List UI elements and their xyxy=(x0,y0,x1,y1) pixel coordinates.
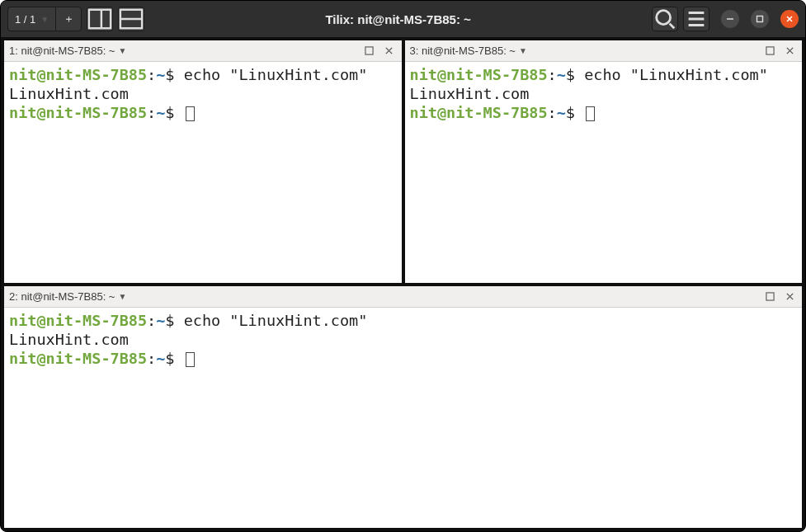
pane-maximize-button[interactable] xyxy=(762,289,777,304)
svg-rect-10 xyxy=(757,16,763,22)
prompt-user: nit@nit-MS-7B85 xyxy=(9,66,147,83)
terminal-pane-1: 1: nit@nit-MS-7B85: ~ ▼ nit@nit-MS-7B85:… xyxy=(4,40,402,283)
pane-close-button[interactable] xyxy=(782,44,797,59)
chevron-down-icon: ▼ xyxy=(519,46,527,55)
bottom-row: 2: nit@nit-MS-7B85: ~ ▼ nit@nit-MS-7B85:… xyxy=(4,286,802,529)
minimize-button[interactable] xyxy=(721,10,739,28)
maximize-pane-icon xyxy=(365,46,374,55)
terminal-cursor xyxy=(586,106,595,121)
pane-title-dropdown[interactable]: 2: nit@nit-MS-7B85: ~ ▼ xyxy=(9,290,126,303)
prompt-path: ~ xyxy=(557,66,566,83)
chevron-down-icon: ▼ xyxy=(118,46,126,55)
pane-title-dropdown[interactable]: 1: nit@nit-MS-7B85: ~ ▼ xyxy=(9,45,126,57)
prompt-path: ~ xyxy=(156,66,165,83)
pane-header: 3: nit@nit-MS-7B85: ~ ▼ xyxy=(405,40,803,62)
pane-maximize-button[interactable] xyxy=(362,44,377,59)
search-button[interactable] xyxy=(652,7,678,31)
maximize-pane-icon xyxy=(766,46,775,55)
split-down-icon xyxy=(119,7,144,31)
maximize-icon xyxy=(756,15,764,23)
close-icon xyxy=(785,46,794,55)
svg-rect-19 xyxy=(766,292,773,299)
svg-rect-16 xyxy=(766,47,773,54)
terminal-output[interactable]: nit@nit-MS-7B85:~$ echo "LinuxHint.com" … xyxy=(405,62,803,283)
close-icon xyxy=(785,292,794,301)
terminal-output[interactable]: nit@nit-MS-7B85:~$ echo "LinuxHint.com" … xyxy=(4,308,802,529)
command-output: LinuxHint.com xyxy=(9,331,129,348)
pane-close-button[interactable] xyxy=(382,44,397,59)
session-counter-label: 1 / 1 xyxy=(15,13,35,26)
terminal-cursor xyxy=(186,106,195,121)
maximize-pane-icon xyxy=(766,292,775,301)
session-switcher: 1 / 1 ▼ ＋ xyxy=(7,7,82,31)
tilix-window: 1 / 1 ▼ ＋ Tilix: nit@nit-MS-7B85: ~ xyxy=(0,0,806,532)
prompt-user: nit@nit-MS-7B85 xyxy=(410,66,548,83)
prompt-symbol: $ xyxy=(165,350,174,367)
split-right-icon xyxy=(87,7,112,31)
top-row: 1: nit@nit-MS-7B85: ~ ▼ nit@nit-MS-7B85:… xyxy=(4,40,802,283)
add-session-button[interactable]: ＋ xyxy=(55,7,82,31)
terminal-pane-3: 3: nit@nit-MS-7B85: ~ ▼ nit@nit-MS-7B85:… xyxy=(405,40,803,283)
prompt-path: ~ xyxy=(557,104,566,121)
prompt-symbol: $ xyxy=(165,66,174,83)
command-text: echo "LinuxHint.com" xyxy=(184,66,368,83)
chevron-down-icon: ▼ xyxy=(40,15,49,24)
pane-title-label: 2: nit@nit-MS-7B85: ~ xyxy=(9,290,115,303)
svg-rect-0 xyxy=(89,10,111,29)
prompt-symbol: $ xyxy=(566,66,575,83)
terminal-output[interactable]: nit@nit-MS-7B85:~$ echo "LinuxHint.com" … xyxy=(4,62,402,283)
titlebar: 1 / 1 ▼ ＋ Tilix: nit@nit-MS-7B85: ~ xyxy=(1,1,805,37)
command-output: LinuxHint.com xyxy=(9,85,129,102)
prompt-symbol: $ xyxy=(165,104,174,121)
command-text: echo "LinuxHint.com" xyxy=(184,312,368,329)
split-down-button[interactable] xyxy=(118,7,144,31)
session-counter[interactable]: 1 / 1 ▼ xyxy=(7,7,55,31)
pane-header: 2: nit@nit-MS-7B85: ~ ▼ xyxy=(4,286,802,308)
pane-title-label: 1: nit@nit-MS-7B85: ~ xyxy=(9,45,115,57)
close-button[interactable] xyxy=(780,10,799,28)
prompt-user: nit@nit-MS-7B85 xyxy=(410,104,548,121)
pane-title-dropdown[interactable]: 3: nit@nit-MS-7B85: ~ ▼ xyxy=(410,45,527,57)
svg-line-5 xyxy=(670,24,675,29)
close-icon xyxy=(785,15,794,23)
prompt-path: ~ xyxy=(156,350,165,367)
prompt-user: nit@nit-MS-7B85 xyxy=(9,350,147,367)
minimize-icon xyxy=(726,15,734,23)
window-title: Tilix: nit@nit-MS-7B85: ~ xyxy=(149,12,647,26)
prompt-symbol: $ xyxy=(165,312,174,329)
prompt-user: nit@nit-MS-7B85 xyxy=(9,104,147,121)
terminal-cursor xyxy=(186,352,195,367)
pane-close-button[interactable] xyxy=(782,289,797,304)
split-right-button[interactable] xyxy=(87,7,113,31)
pane-header: 1: nit@nit-MS-7B85: ~ ▼ xyxy=(4,40,402,62)
prompt-path: ~ xyxy=(156,312,165,329)
terminal-grid: 1: nit@nit-MS-7B85: ~ ▼ nit@nit-MS-7B85:… xyxy=(1,37,805,531)
command-output: LinuxHint.com xyxy=(410,85,530,102)
pane-title-label: 3: nit@nit-MS-7B85: ~ xyxy=(410,45,516,57)
chevron-down-icon: ▼ xyxy=(118,292,126,301)
hamburger-icon xyxy=(684,7,709,31)
prompt-path: ~ xyxy=(156,104,165,121)
window-controls xyxy=(721,10,799,28)
command-text: echo "LinuxHint.com" xyxy=(584,66,768,83)
terminal-pane-2: 2: nit@nit-MS-7B85: ~ ▼ nit@nit-MS-7B85:… xyxy=(4,286,802,529)
menu-button[interactable] xyxy=(683,7,709,31)
plus-icon: ＋ xyxy=(64,12,74,26)
pane-maximize-button[interactable] xyxy=(762,44,777,59)
search-icon xyxy=(653,7,677,31)
close-icon xyxy=(384,46,394,55)
prompt-symbol: $ xyxy=(566,104,575,121)
svg-point-4 xyxy=(657,11,671,25)
maximize-button[interactable] xyxy=(751,10,769,28)
svg-rect-13 xyxy=(365,47,373,54)
prompt-user: nit@nit-MS-7B85 xyxy=(9,312,147,329)
